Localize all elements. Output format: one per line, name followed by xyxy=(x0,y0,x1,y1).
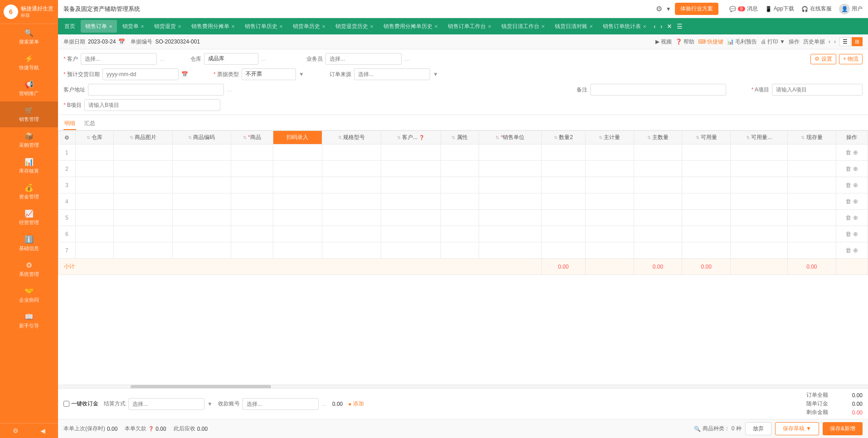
copy-icon[interactable]: ⊕ xyxy=(853,198,858,205)
tab-return-history[interactable]: 销货退货历史 ✕ xyxy=(331,20,378,33)
delete-icon[interactable]: 🗑 xyxy=(845,198,851,205)
col-customer-code[interactable]: ⇅ 客户... ❓ xyxy=(381,131,441,144)
delete-icon[interactable]: 🗑 xyxy=(845,182,851,188)
col-warehouse[interactable]: ⇅ 仓库 xyxy=(75,131,113,144)
sub-tab-summary[interactable]: 汇总 xyxy=(83,118,96,130)
salesperson-input[interactable] xyxy=(325,53,402,65)
remark-input[interactable] xyxy=(590,84,726,96)
tab-close-icon[interactable]: ✕ xyxy=(488,24,491,29)
save-draft-button[interactable]: 保存草稿 ▼ xyxy=(775,422,819,435)
row-image-1[interactable] xyxy=(113,144,172,161)
settings-gear-icon[interactable]: ⚙ xyxy=(656,5,662,13)
copy-icon[interactable]: ⊕ xyxy=(853,149,858,156)
notification-btn[interactable]: 💬 9 消息 xyxy=(729,5,758,13)
solution-button[interactable]: 体验行业方案 xyxy=(675,3,718,15)
operate-btn[interactable]: 操作 xyxy=(789,38,800,46)
row-code-1[interactable] xyxy=(172,144,231,161)
tab-close-icon[interactable]: ✕ xyxy=(279,24,283,29)
tab-close-icon[interactable]: ✕ xyxy=(643,24,646,29)
quick-order-checkbox[interactable]: 一键收订金 xyxy=(63,400,98,408)
row-main-unit-1[interactable] xyxy=(585,144,634,161)
order-source-dropdown-icon[interactable]: ▼ xyxy=(433,71,438,77)
sidebar-collapse-btn[interactable]: ◀ xyxy=(40,427,45,434)
warehouse-value[interactable]: 成品库 xyxy=(204,53,258,65)
col-spec[interactable]: ⇅ 规格型号 xyxy=(322,131,381,144)
online-support-btn[interactable]: 🎧 在线客服 xyxy=(801,5,832,13)
delete-icon[interactable]: 🗑 xyxy=(845,165,851,172)
tab-close-all-btn[interactable]: ✕ xyxy=(665,23,674,30)
row-available2-1[interactable] xyxy=(731,144,788,161)
payment-dropdown-icon[interactable]: ▼ xyxy=(207,401,213,407)
discard-button[interactable]: 放弃 xyxy=(745,422,771,435)
nav-next-btn[interactable]: › xyxy=(834,39,836,45)
tab-close-icon[interactable]: ✕ xyxy=(231,24,235,29)
col-image[interactable]: ⇅ 商品图片 xyxy=(113,131,172,144)
sidebar-item-guide[interactable]: 📖 新手引导 xyxy=(0,308,58,334)
a-project-input[interactable] xyxy=(772,84,863,96)
invoice-dropdown-icon[interactable]: ▼ xyxy=(299,71,304,77)
warehouse-more-icon[interactable]: … xyxy=(261,56,267,62)
tab-sales-order-history[interactable]: 销售订单历史 ✕ xyxy=(240,20,287,33)
user-btn[interactable]: 👤 用户 xyxy=(839,4,863,14)
sidebar-item-search[interactable]: 🔍 搜索菜单 xyxy=(0,24,58,50)
logistics-button[interactable]: + 物流 xyxy=(839,54,863,64)
row-unit-1[interactable] xyxy=(479,144,541,161)
tab-sales-order[interactable]: 销售订单 ✕ xyxy=(81,20,117,33)
app-download-btn[interactable]: 📱 App下载 xyxy=(765,5,794,13)
date-value[interactable]: 2023-03-24 xyxy=(88,39,116,45)
col-available1[interactable]: ⇅ 可用量 xyxy=(682,131,731,144)
copy-icon[interactable]: ⊕ xyxy=(853,182,858,188)
list-view-btn[interactable]: ☰ xyxy=(839,37,851,46)
tab-next-btn[interactable]: › xyxy=(659,23,664,30)
address-more-icon[interactable]: … xyxy=(227,87,232,93)
copy-icon[interactable]: ⊕ xyxy=(853,214,858,221)
add-payment-btn[interactable]: ● 添加 xyxy=(348,400,364,408)
history-btn[interactable]: 历史单据 xyxy=(803,38,825,46)
col-current-stock[interactable]: ⇅ 现存量 xyxy=(787,131,836,144)
customer-more-icon[interactable]: … xyxy=(160,56,165,62)
order-source-input[interactable] xyxy=(354,68,430,80)
tab-expense-history[interactable]: 销售费用分摊单历史 ✕ xyxy=(379,20,442,33)
sidebar-item-finance[interactable]: 💰 资金管理 xyxy=(0,179,58,205)
print-btn[interactable]: 🖨 打印 ▼ xyxy=(761,38,785,46)
delete-icon[interactable]: 🗑 xyxy=(845,214,851,221)
tab-close-icon[interactable]: ✕ xyxy=(109,24,112,29)
delivery-date-input[interactable] xyxy=(102,68,179,80)
delete-icon[interactable]: 🗑 xyxy=(845,247,851,254)
tab-workbench[interactable]: 销售订单工作台 ✕ xyxy=(443,20,496,33)
copy-icon[interactable]: ⊕ xyxy=(853,165,858,172)
tab-prev-btn[interactable]: ‹ xyxy=(652,23,658,30)
row-customer-code-1[interactable] xyxy=(381,144,441,161)
sidebar-item-inventory[interactable]: 📊 库存核算 xyxy=(0,153,58,179)
receipt-more-icon[interactable]: … xyxy=(321,401,327,407)
customer-input[interactable] xyxy=(81,53,157,65)
shortcut-btn[interactable]: ⌨ 快捷键 xyxy=(698,38,723,46)
row-main-qty-1[interactable] xyxy=(634,144,682,161)
sidebar-item-purchase[interactable]: 📦 采购管理 xyxy=(0,127,58,153)
b-project-input[interactable] xyxy=(84,99,220,111)
settings-button[interactable]: ⚙ 设置 xyxy=(810,54,836,64)
tab-sales-return[interactable]: 销货退货 ✕ xyxy=(150,20,186,33)
tab-sales-expense[interactable]: 销售费用分摊单 ✕ xyxy=(187,20,239,33)
profit-btn[interactable]: 📊 毛利预告 xyxy=(727,38,757,46)
tab-invoice-history[interactable]: 销货单历史 ✕ xyxy=(288,20,330,33)
col-main-qty[interactable]: ⇅ 主数量 xyxy=(634,131,682,144)
quick-order-check[interactable] xyxy=(63,401,69,407)
sidebar-item-sales[interactable]: 🛒 销售管理 xyxy=(0,101,58,127)
calendar-icon[interactable]: 📅 xyxy=(118,39,125,45)
delete-icon[interactable]: 🗑 xyxy=(845,231,851,237)
sidebar-item-cooperation[interactable]: 🤝 企业协同 xyxy=(0,282,58,308)
address-input[interactable] xyxy=(88,84,224,96)
row-warehouse-1[interactable] xyxy=(75,144,113,161)
col-unit[interactable]: ⇅ *销售单位 xyxy=(479,131,541,144)
tab-home[interactable]: 首页 xyxy=(60,20,80,33)
calendar-icon2[interactable]: 📅 xyxy=(181,71,188,77)
tab-close-icon[interactable]: ✕ xyxy=(434,24,438,29)
tab-statistics[interactable]: 销售订单统计表 ✕ xyxy=(598,20,651,33)
row-available1-1[interactable] xyxy=(682,144,731,161)
tab-close-icon[interactable]: ✕ xyxy=(322,24,325,29)
view-btn[interactable]: ▶ 视频 xyxy=(655,38,672,46)
col-qty2[interactable]: ⇅ 数量2 xyxy=(542,131,586,144)
copy-icon[interactable]: ⊕ xyxy=(853,231,858,237)
row-qty2-1[interactable] xyxy=(542,144,586,161)
